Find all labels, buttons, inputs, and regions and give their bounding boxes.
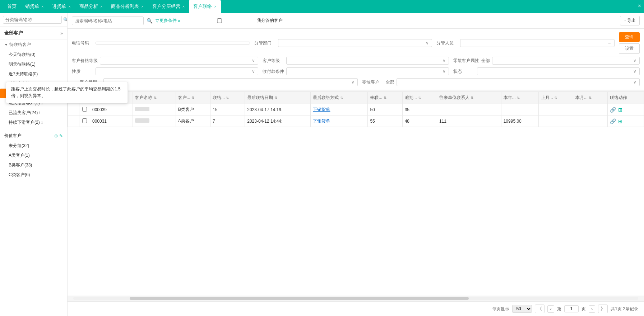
sort-year-icon[interactable]: ⇅ xyxy=(517,96,520,100)
sidebar-divider xyxy=(0,129,67,129)
person-select[interactable]: ··· xyxy=(460,39,615,47)
row-contact-person-0 xyxy=(437,104,501,115)
top-nav: 首页 销货单 × 进货单 × 商品分析 × 商品分析列表 × 客户分层经营 × … xyxy=(0,0,644,13)
next-page-button[interactable]: › xyxy=(589,305,595,313)
close-purchase-icon[interactable]: × xyxy=(68,0,70,13)
sort-contact-icon[interactable]: ⇅ xyxy=(226,96,229,100)
filter-customer-level: 客户等级 ∨ xyxy=(263,57,449,65)
sort-last-month-icon[interactable]: ⇅ xyxy=(554,96,557,100)
sidebar-item-b-class[interactable]: B类客户(33) xyxy=(0,160,67,170)
last-page-button[interactable]: 》 xyxy=(598,305,608,313)
customer-level-select[interactable]: ∨ xyxy=(286,57,449,65)
sort-type-icon[interactable]: ⇅ xyxy=(191,96,194,100)
value-group-icon-circle[interactable]: ⊕ xyxy=(54,133,58,138)
filter-row-4: ··· 客户类型 ∨ 零散客户 全部 ∨ xyxy=(72,78,640,86)
nav-item-sales[interactable]: 销货单 × xyxy=(21,0,48,13)
nav-item-customer-tier[interactable]: 客户分层经营 × xyxy=(148,0,189,13)
row-last-date-1: 2023-04-12 14:44: xyxy=(245,115,311,127)
sort-overdue-icon[interactable]: ⇅ xyxy=(418,96,421,100)
action-link-icon-0[interactable]: 🔗 xyxy=(610,107,616,113)
filter-retail-attr: 零散客户属性 全部 ∨ xyxy=(453,57,640,65)
retail-attr-select[interactable]: ∨ xyxy=(492,57,640,65)
sidebar-item-c-class[interactable]: C类客户(6) xyxy=(0,170,67,180)
sidebar-item-a-class[interactable]: A类客户(1) xyxy=(0,151,67,160)
action-grid-icon-1[interactable]: ⊞ xyxy=(618,118,622,124)
close-customer-contact-icon[interactable]: × xyxy=(214,0,216,13)
status-select[interactable]: ∨ xyxy=(477,67,640,75)
filter-row-3: 性质 ∨ 收付款条件 ∨ 状态 xyxy=(72,67,640,75)
sort-this-month-icon[interactable]: ⇅ xyxy=(589,96,592,100)
sort-person-icon[interactable]: ⇅ xyxy=(471,96,473,100)
action-link-icon-1[interactable]: 🔗 xyxy=(610,118,616,124)
price-level-select[interactable]: ∨ xyxy=(100,57,258,65)
person-dots-icon: ··· xyxy=(608,41,611,46)
col-contact-count: 联络... ⇅ xyxy=(210,92,245,104)
row-checkbox-1[interactable] xyxy=(82,118,87,123)
sort-date-icon[interactable]: ⇅ xyxy=(274,96,277,100)
nav-item-home[interactable]: 首页 xyxy=(3,0,21,13)
sidebar-search-input[interactable] xyxy=(3,16,62,24)
query-button[interactable]: 查询 xyxy=(619,32,640,42)
sidebar-search-icon[interactable]: 🔍 xyxy=(63,17,68,22)
row-checkbox-cell-0[interactable] xyxy=(79,104,90,115)
close-sales-icon[interactable]: × xyxy=(41,0,43,13)
sidebar-item-declining[interactable]: 持续下滑客户(2) ℹ xyxy=(0,118,67,127)
col-actions: 联络动作 xyxy=(608,92,644,104)
export-button[interactable]: ↑ 导出 xyxy=(620,16,640,25)
sidebar-value-group[interactable]: 价值客户 ⊕ ✎ xyxy=(0,131,67,141)
search-input[interactable] xyxy=(72,16,144,25)
table-row: 000031 A类客户 7 2023-04-12 14:44: 下销货单 55 … xyxy=(68,115,644,127)
row-checkbox-0[interactable] xyxy=(82,107,87,112)
sidebar-item-ungrouped[interactable]: 未分组(32) xyxy=(0,141,67,151)
sidebar-item-today-pending[interactable]: 今天待联络(0) xyxy=(0,50,67,60)
close-analysis-icon[interactable]: × xyxy=(100,0,102,13)
sidebar-item-tomorrow-pending[interactable]: 明天待联络(1) xyxy=(0,60,67,69)
sidebar-collapse-icon[interactable]: » xyxy=(60,30,63,36)
sidebar-item-7day-pending[interactable]: 近7天待联络(0) xyxy=(0,69,67,79)
prev-page-button[interactable]: ‹ xyxy=(547,305,554,313)
export-icon: ↑ xyxy=(624,18,626,23)
customer-type-select[interactable]: ∨ xyxy=(103,78,358,86)
filter-person: 分管人员 ··· xyxy=(436,39,615,47)
sort-name-icon[interactable]: ⇅ xyxy=(154,96,157,100)
retail-customer-arrow-icon: ∨ xyxy=(633,80,636,85)
nav-item-analysis-list[interactable]: 商品分析列表 × xyxy=(107,0,148,13)
price-level-arrow-icon: ∨ xyxy=(252,58,255,63)
sort-uncontacted-icon[interactable]: ⇅ xyxy=(384,96,386,100)
close-customer-tier-icon[interactable]: × xyxy=(182,0,185,13)
value-group-icon-edit[interactable]: ✎ xyxy=(59,133,63,138)
my-customer-checkbox[interactable] xyxy=(184,18,255,23)
row-code-0: 000039 xyxy=(90,104,133,115)
nav-item-analysis[interactable]: 商品分析 × xyxy=(75,0,107,13)
phone-input-wrapper[interactable] xyxy=(96,42,250,44)
sort-method-icon[interactable]: ⇅ xyxy=(340,96,343,100)
tooltip-box: 距客户上次交易时长，超过了此客户的平均交易周期的1.5倍，则视为异常。 xyxy=(6,82,128,103)
nav-item-customer-contact[interactable]: 客户联络 × xyxy=(189,0,221,13)
search-button[interactable]: 🔍 xyxy=(147,18,153,24)
contact-method-link-1[interactable]: 下销货单 xyxy=(313,118,330,123)
action-grid-icon-0[interactable]: ⊞ xyxy=(618,107,622,113)
row-type-0: B类客户 xyxy=(176,104,210,115)
page-size-select[interactable]: 20 50 100 200 xyxy=(512,305,532,313)
retail-customer-select[interactable]: ∨ xyxy=(397,78,640,86)
nav-item-purchase[interactable]: 进货单 × xyxy=(48,0,75,13)
close-analysis-list-icon[interactable]: × xyxy=(141,0,143,13)
set-button[interactable]: 设置 xyxy=(619,43,640,54)
dept-select[interactable]: ∨ xyxy=(278,39,432,47)
bottom-bar: 每页显示 20 50 100 200 《 ‹ 第 页 › 》 共1页 2条记录 xyxy=(68,301,644,316)
page-input[interactable] xyxy=(564,305,579,312)
row-checkbox-cell-1[interactable] xyxy=(79,115,90,127)
row-last-method-1[interactable]: 下销货单 xyxy=(311,115,368,127)
sidebar-pending-group[interactable]: ▼ 待联络客户 xyxy=(0,39,67,50)
my-customer-checkbox-area[interactable]: 我分管的客户 xyxy=(184,18,283,24)
scrollbar-thumb[interactable] xyxy=(130,297,469,300)
window-close-button[interactable]: × xyxy=(638,3,641,9)
first-page-button[interactable]: 《 xyxy=(535,305,545,313)
row-last-method-0[interactable]: 下销货单 xyxy=(311,104,368,115)
horizontal-scrollbar[interactable] xyxy=(73,297,638,300)
nature-select[interactable]: ∨ xyxy=(96,67,258,75)
payment-select[interactable]: ∨ xyxy=(286,67,449,75)
more-filter-button[interactable]: ▽ 更多条件 ∧ xyxy=(156,18,181,24)
sidebar-item-churned[interactable]: 已流失客户(24) ℹ xyxy=(0,108,67,118)
contact-method-link-0[interactable]: 下销货单 xyxy=(313,107,330,112)
